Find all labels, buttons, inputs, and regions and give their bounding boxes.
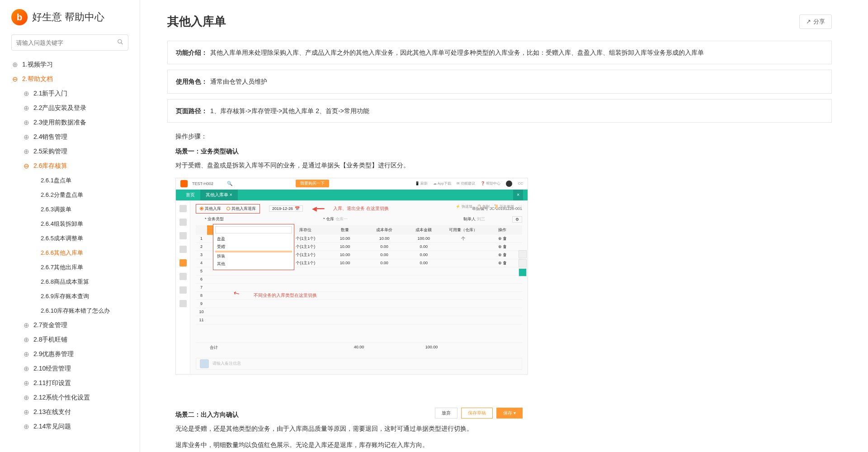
sidebar: b 好生意 帮助中心 1.视频学习 2.帮助文档 2.1新手入门 2.2产品安装…: [0, 0, 140, 452]
plus-icon: [23, 336, 30, 343]
ss-sumrow: 合计40.00100.00: [196, 343, 522, 352]
dd-item: 盘盈: [215, 235, 292, 243]
nav-2-6-7[interactable]: 2.6.7其他出库单: [5, 260, 135, 275]
role-label: 使用角色：: [176, 78, 208, 85]
nav-2-6-1[interactable]: 2.6.1盘点单: [5, 173, 135, 188]
ss-tab-home: 首页: [180, 190, 200, 200]
nav-2-10[interactable]: 2.10经营管理: [5, 362, 135, 376]
more-icon: ⋯: [519, 204, 522, 209]
nav-2-6-3[interactable]: 2.6.3调拨单: [5, 202, 135, 217]
nav-2-6-2[interactable]: 2.6.2分量盘点单: [5, 188, 135, 202]
search-icon[interactable]: [117, 39, 123, 47]
dd-item: 受赠: [215, 243, 292, 251]
nav-2-6[interactable]: 2.6库存核算: [5, 159, 135, 173]
ss-help: ❓ 帮助中心: [481, 181, 500, 186]
minus-icon: [23, 162, 30, 170]
path-box: 页面路径：1、库存核算->库存管理->其他入库单 2、首页->常用功能: [167, 99, 832, 123]
intro-text: 其他入库单用来处理除采购入库、产成品入库之外的其他入库业务，因此其他入库单可处理…: [210, 49, 704, 56]
ss-save-btn: 保存 ▾: [496, 408, 523, 419]
dd-item: 拆装: [215, 252, 292, 260]
screenshot-1: TEST-H002 🔍 我要购买一下 📱 刷新 ☁ App下载 ✉ 功能建议 ❓…: [175, 178, 528, 375]
nav-2-6-10[interactable]: 2.6.10库存账本错了怎么办: [5, 304, 135, 318]
svg-point-0: [118, 39, 122, 43]
ss-env-label: TEST-H002: [192, 181, 213, 186]
avatar-icon: [506, 181, 512, 187]
nav-2-4[interactable]: 2.4销售管理: [5, 130, 135, 144]
table-row: 11: [196, 316, 522, 324]
ss-redbox-type: 其他入库 其他入库退库: [196, 204, 260, 214]
close-icon: ×: [513, 190, 523, 200]
nav-2-12[interactable]: 2.12系统个性化设置: [5, 390, 135, 405]
ss-app: ☁ App下载: [433, 181, 451, 186]
plus-icon: [23, 322, 30, 329]
steps-label: 操作步骤：: [175, 133, 824, 141]
nav-2-6-8[interactable]: 2.6.8商品成本重算: [5, 275, 135, 289]
share-button[interactable]: ↗ 分享: [799, 14, 832, 29]
nav-icon: [179, 259, 187, 266]
plus-icon: [23, 148, 30, 155]
plus-icon: [23, 105, 30, 112]
plus-icon: [23, 409, 30, 416]
scene1-title: 场景一：业务类型确认: [175, 147, 824, 156]
nav-2-7[interactable]: 2.7资金管理: [5, 318, 135, 333]
tool-icon: [519, 250, 527, 258]
site-title: 好生意 帮助中心: [32, 10, 104, 24]
nav-icon: [179, 286, 187, 294]
nav-2-6-5[interactable]: 2.6.5成本调整单: [5, 231, 135, 246]
path-label: 页面路径：: [176, 107, 208, 114]
nav-2-11[interactable]: 2.11打印设置: [5, 376, 135, 390]
nav-2-3[interactable]: 2.3使用前数据准备: [5, 115, 135, 130]
nav-icon: [179, 273, 187, 280]
nav-help-docs[interactable]: 2.帮助文档: [5, 72, 135, 86]
search-input[interactable]: [12, 35, 128, 50]
nav-2-8[interactable]: 2.8手机旺铺: [5, 333, 135, 347]
nav-2-9[interactable]: 2.9优惠券管理: [5, 347, 135, 362]
scene2-text2: 退库业务中，明细数量均以负值红色展示。无论是入库还是退库，库存账均记在入库方向。: [175, 440, 824, 451]
plus-icon: [23, 133, 30, 141]
ss-quickfill: ⚡ 快速填: [456, 204, 472, 209]
nav-2-1[interactable]: 2.1新手入门: [5, 86, 135, 101]
table-row: 8: [196, 292, 522, 300]
nav-video-learning[interactable]: 1.视频学习: [5, 57, 135, 72]
plus-icon: [23, 380, 30, 387]
table-row: 9: [196, 300, 522, 308]
ss-leftnav: [176, 200, 190, 374]
intro-box: 功能介绍：其他入库单用来处理除采购入库、产成品入库之外的其他入库业务，因此其他入…: [167, 41, 832, 64]
radio-icon: [226, 207, 230, 210]
ss-refresh: 📱 刷新: [415, 181, 428, 186]
ss-annotation-2: 不同业务的入库类型在这里切换: [254, 292, 317, 299]
ss-buy-button: 我要购买一下: [296, 180, 329, 187]
radio-icon: [200, 207, 203, 210]
arrow-icon: ◀━━: [312, 205, 324, 212]
ss-annotation-1: 入库、退出业务 在这里切换: [333, 205, 389, 212]
nav-2-5[interactable]: 2.5采购管理: [5, 144, 135, 159]
logo-row: b 好生意 帮助中心: [0, 9, 140, 34]
nav-2-13[interactable]: 2.13在线支付: [5, 405, 135, 419]
search-icon: 🔍: [227, 181, 232, 186]
intro-label: 功能介绍：: [176, 49, 208, 56]
ss-username: CC: [518, 181, 523, 186]
table-row: 7: [196, 284, 522, 292]
svg-line-1: [121, 43, 123, 44]
ss-date: 2019-12-26 📅: [269, 205, 303, 212]
remark-icon: [200, 359, 209, 368]
calendar-icon: 📅: [295, 206, 300, 211]
plus-icon: [23, 90, 30, 97]
nav-2-14[interactable]: 2.14常见问题: [5, 419, 135, 434]
nav-icon: [179, 205, 187, 212]
main-content: 其他入库单 ↗ 分享 功能介绍：其他入库单用来处理除采购入库、产成品入库之外的其…: [140, 0, 859, 452]
ss-copy: 📋 复制: [477, 204, 490, 209]
nav-2-2[interactable]: 2.2产品安装及登录: [5, 101, 135, 115]
path-text: 1、库存核算->库存管理->其他入库单 2、首页->常用功能: [210, 107, 369, 114]
plus-icon: [23, 365, 30, 372]
role-text: 通常由仓管人员维护: [210, 78, 267, 85]
search-box[interactable]: [11, 34, 128, 51]
ss-history: 📜 历史单据: [494, 204, 514, 209]
ss-dropdown: 盘盈 受赠 拆装 其他: [213, 224, 294, 270]
table-row: 10: [196, 308, 522, 316]
nav-2-6-6[interactable]: 2.6.6其他入库单: [5, 246, 135, 260]
page-title: 其他入库单: [167, 14, 226, 29]
nav-2-6-4[interactable]: 2.6.4组装拆卸单: [5, 217, 135, 231]
tool-icon: [519, 268, 527, 276]
nav-2-6-9[interactable]: 2.6.9库存账本查询: [5, 289, 135, 304]
